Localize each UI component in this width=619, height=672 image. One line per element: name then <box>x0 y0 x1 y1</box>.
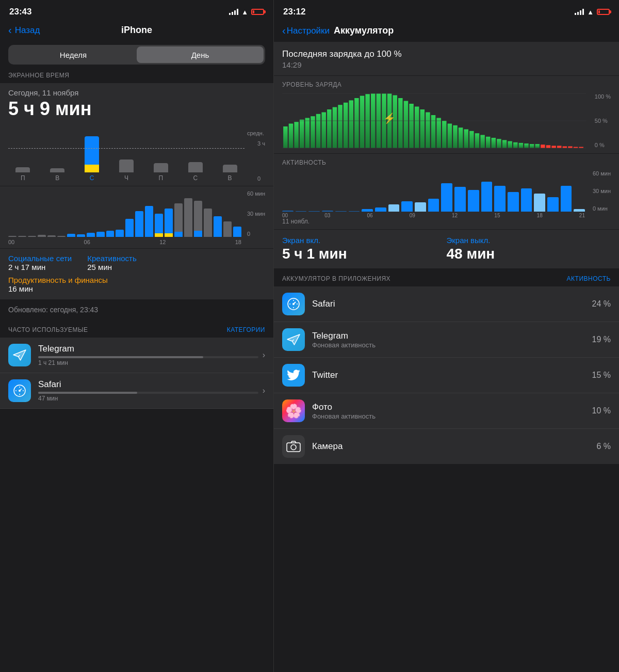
right-status-bar: 23:12 ▲ <box>274 0 619 23</box>
bar-thu: Ч <box>112 159 141 182</box>
left-time: 23:43 <box>9 7 31 17</box>
bar-wed: С <box>77 136 107 182</box>
screen-on-value: 5 ч 1 мин <box>282 246 447 262</box>
battery-app-camera: Камера 6 % <box>274 429 619 464</box>
svg-rect-44 <box>513 142 517 148</box>
svg-rect-3 <box>289 124 293 148</box>
battery-level-block: УРОВЕНЬ ЗАРЯДА <box>274 76 619 153</box>
activity-chart: 60 мин 30 мин 0 мин 00 03 06 09 12 15 18… <box>282 170 611 217</box>
svg-rect-36 <box>469 131 474 148</box>
bar-fri: П <box>146 163 175 182</box>
weekly-bars: П В С <box>8 130 265 182</box>
svg-rect-34 <box>459 127 463 148</box>
battery-app-list: Safari 24 % Telegram Фоновая активность … <box>274 286 619 464</box>
screen-on-label[interactable]: Экран вкл. <box>282 236 447 245</box>
battery-chart-svg: ⚡ <box>282 92 611 149</box>
svg-rect-63 <box>287 443 300 452</box>
svg-rect-46 <box>524 143 528 148</box>
svg-rect-12 <box>338 105 342 148</box>
activity-link[interactable]: АКТИВНОСТЬ <box>567 275 611 282</box>
svg-rect-30 <box>436 118 441 148</box>
signal-icon <box>229 9 238 15</box>
telegram-battery-info: Telegram Фоновая активность <box>312 331 592 349</box>
svg-rect-47 <box>530 144 534 148</box>
twitter-app-icon <box>282 364 305 387</box>
svg-rect-6 <box>305 118 310 148</box>
telegram-info: Telegram 1 ч 21 мин <box>38 344 258 366</box>
svg-rect-10 <box>327 109 331 148</box>
categories-block: Социальные сети 2 ч 17 мин Креативность … <box>0 249 273 299</box>
bar-tue: В <box>43 168 72 182</box>
battery-section-label: УРОВЕНЬ ЗАРЯДА <box>282 81 611 88</box>
update-line: Обновлено: сегодня, 23:43 <box>0 300 273 319</box>
activity-bars: 60 мин 30 мин 0 мин <box>282 170 611 212</box>
bar-mon: П <box>8 167 38 182</box>
svg-rect-26 <box>415 107 419 148</box>
hourly-bars-row: 60 мин 30 мин 0 <box>8 190 265 237</box>
svg-point-62 <box>292 303 295 305</box>
right-nav-bar: ‹ Настройки Аккумулятор <box>274 23 619 42</box>
svg-rect-9 <box>321 113 325 148</box>
last-charge-time: 14:29 <box>282 60 611 69</box>
app-item-telegram[interactable]: Telegram 1 ч 21 мин › <box>0 338 273 373</box>
signal-icon <box>575 9 584 15</box>
svg-rect-7 <box>311 116 315 148</box>
categories-link[interactable]: КАТЕГОРИИ <box>227 326 265 333</box>
svg-rect-49 <box>541 145 545 148</box>
svg-rect-55 <box>574 147 578 148</box>
back-button[interactable]: ‹ Настройки <box>282 25 330 37</box>
battery-y-axis: 100 % 50 % 0 % <box>595 92 611 149</box>
svg-rect-29 <box>431 115 435 148</box>
bar-sun: В <box>215 165 245 182</box>
svg-rect-53 <box>563 147 567 148</box>
screen-time-block: Сегодня, 11 ноября 5 ч 9 мин средн. П <box>0 83 273 186</box>
frequent-title: ЧАСТО ИСПОЛЬЗУЕМЫЕ <box>8 326 88 333</box>
category-social: Социальные сети 2 ч 17 мин <box>8 254 72 271</box>
page-title: iPhone <box>121 25 152 36</box>
left-panel: 23:43 ▲ ‹ Назад iPhone Неделя День ЭКРАН… <box>0 0 273 672</box>
svg-rect-39 <box>486 137 490 148</box>
safari-info: Safari 47 мин <box>38 379 258 402</box>
day-button[interactable]: День <box>137 46 264 63</box>
weekly-chart: средн. П В <box>8 124 265 186</box>
app-list: Telegram 1 ч 21 мин › Safari 47 мин › <box>0 338 273 409</box>
svg-rect-13 <box>344 103 348 148</box>
battery-app-safari: Safari 24 % <box>274 286 619 322</box>
category-productivity: Продуктивность и финансы 16 мин <box>8 276 265 293</box>
photos-battery-info: Фото Фоновая активность <box>312 402 592 420</box>
svg-rect-16 <box>360 96 364 148</box>
back-button[interactable]: ‹ Назад <box>8 24 40 36</box>
chevron-icon: › <box>263 350 265 360</box>
svg-rect-31 <box>442 121 446 148</box>
safari-app-icon <box>282 293 305 315</box>
frequent-header: ЧАСТО ИСПОЛЬЗУЕМЫЕ КАТЕГОРИИ <box>0 319 273 338</box>
svg-point-1 <box>19 390 21 392</box>
hourly-chart: 60 мин 30 мин 0 00 06 12 18 <box>0 186 273 248</box>
svg-rect-35 <box>464 130 468 148</box>
svg-rect-43 <box>508 141 512 148</box>
svg-text:⚡: ⚡ <box>383 112 396 124</box>
activity-section-label: АКТИВНОСТЬ <box>282 159 611 166</box>
activity-x-labels: 00 03 06 09 12 15 18 21 <box>282 213 611 218</box>
back-chevron-icon: ‹ <box>282 25 286 37</box>
app-item-safari[interactable]: Safari 47 мин › <box>0 373 273 409</box>
apps-battery-header: АККУМУЛЯТОР В ПРИЛОЖЕНИЯХ АКТИВНОСТЬ <box>274 269 619 286</box>
right-time: 23:12 <box>283 7 305 17</box>
last-charge-label: Последняя зарядка до 100 % <box>282 49 611 59</box>
screen-on-stat: Экран вкл. 5 ч 1 мин <box>282 236 447 262</box>
bar-sat: С <box>181 162 210 182</box>
week-button[interactable]: Неделя <box>10 46 137 63</box>
weekly-y-axis: 3 ч 0 <box>257 140 265 182</box>
category-creative: Креативность 25 мин <box>87 254 136 271</box>
svg-rect-11 <box>333 107 337 148</box>
screen-time-date: Сегодня, 11 ноября <box>8 88 265 97</box>
svg-rect-2 <box>283 126 287 148</box>
screen-off-label[interactable]: Экран выкл. <box>447 236 611 245</box>
svg-rect-42 <box>502 140 507 148</box>
safari-icon <box>8 379 31 402</box>
wifi-icon: ▲ <box>587 8 594 16</box>
back-chevron-icon: ‹ <box>8 24 12 36</box>
svg-rect-37 <box>475 133 479 148</box>
svg-rect-28 <box>426 113 430 148</box>
svg-rect-27 <box>420 109 425 148</box>
